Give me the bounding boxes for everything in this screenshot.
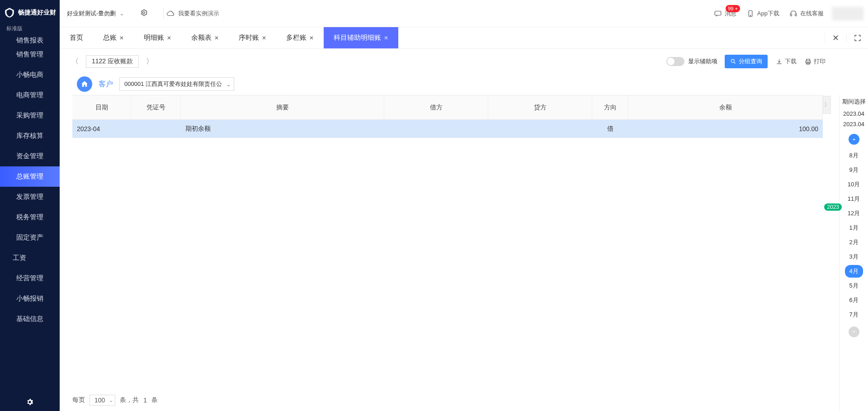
customer-selected: 000001 江西真可爱布娃娃有限责任公 [124, 80, 222, 87]
print-button[interactable]: 打印 [805, 57, 826, 66]
headset-icon [789, 9, 797, 18]
service-button[interactable]: 在线客服 [789, 9, 824, 18]
close-icon[interactable]: ✕ [309, 35, 314, 41]
sidebar-item-ec-manage[interactable]: 电商管理 [0, 85, 60, 105]
svg-point-0 [9, 11, 11, 13]
period-month[interactable]: 11月 [845, 193, 863, 205]
tab-balance-sheet[interactable]: 余额表✕ [181, 27, 229, 48]
period-month[interactable]: 2月 [845, 236, 863, 249]
customer-home-icon[interactable] [77, 76, 92, 92]
print-icon [805, 58, 811, 65]
period-month[interactable]: 4月 [845, 265, 863, 278]
user-avatar[interactable] [832, 7, 863, 20]
tab-aux-detail[interactable]: 科目辅助明细账✕ [324, 27, 398, 48]
sidebar-item-funds[interactable]: 资金管理 [0, 146, 60, 166]
panel-collapse-button[interactable]: 〉 [823, 96, 831, 114]
sidebar-item-purchase[interactable]: 采购管理 [0, 105, 60, 126]
demo-link[interactable]: 我要看实例演示 [166, 9, 219, 18]
gear-icon [140, 9, 148, 17]
sidebar-item-reimburse[interactable]: 小畅报销 [0, 288, 60, 309]
period-month[interactable]: 5月 [845, 279, 863, 292]
sidebar-item-invoice[interactable]: 发票管理 [0, 187, 60, 207]
tab-multi-column[interactable]: 多栏账✕ [276, 27, 324, 48]
close-all-tabs-button[interactable]: ✕ [825, 33, 846, 43]
period-month[interactable]: 12月 [845, 207, 863, 220]
sidebar-item-xchang-ec[interactable]: 小畅电商 [0, 65, 60, 85]
sidebar-nav: 销售报表 销售管理 小畅电商 电商管理 采购管理 库存核算 资金管理 总账管理 … [0, 36, 60, 393]
tab-chrono-ledger[interactable]: 序时账✕ [229, 27, 276, 48]
aux-toggle[interactable] [666, 57, 684, 66]
col-balance: 余额 [628, 95, 823, 119]
fullscreen-button[interactable] [846, 34, 868, 42]
pagination: 每页 100 ⌄ 条，共 1 条 [72, 395, 158, 406]
group-query-button[interactable]: 分组查询 [725, 55, 768, 68]
close-icon[interactable]: ✕ [262, 35, 266, 41]
close-icon[interactable]: ✕ [119, 35, 124, 41]
month-scroll-down[interactable] [849, 326, 859, 337]
sidebar-item-sales[interactable]: 销售管理 [0, 44, 60, 65]
sidebar-item-basic-info[interactable]: 基础信息 [0, 309, 60, 329]
ledger-table: 日期 凭证号 摘要 借方 贷方 方向 余额 2023-04 期初余额 借 100… [72, 95, 823, 388]
month-scroll-up[interactable] [849, 134, 859, 145]
tab-home[interactable]: 首页 [60, 27, 93, 48]
divider [163, 8, 164, 19]
gear-icon [26, 398, 34, 406]
service-label: 在线客服 [800, 9, 824, 18]
pager-total: 1 [143, 397, 147, 404]
chevron-down-icon: ⌄ [109, 397, 113, 403]
close-icon[interactable]: ✕ [167, 35, 171, 41]
brand-logo: 畅捷通好业财 [0, 0, 60, 25]
cell-balance: 100.00 [628, 120, 823, 138]
tab-label: 明细账 [144, 33, 164, 42]
messages-badge: 99 + [726, 5, 740, 12]
page-size-select[interactable]: 100 ⌄ [90, 395, 115, 406]
settings-button[interactable] [140, 9, 148, 18]
page-size-value: 100 [94, 397, 105, 404]
chevron-down-icon: ⌄ [226, 81, 231, 88]
svg-rect-5 [790, 14, 792, 16]
download-button[interactable]: 下载 [776, 57, 797, 66]
period-month[interactable]: 3月 [845, 250, 863, 263]
project-selector[interactable]: 好业财测试-量勿删 ⌄ [63, 8, 128, 19]
sidebar-item-tax[interactable]: 税务管理 [0, 207, 60, 227]
messages-button[interactable]: 消息 99 + [714, 9, 736, 18]
col-credit: 贷方 [488, 95, 592, 119]
svg-point-7 [731, 59, 734, 62]
app-download-button[interactable]: App下载 [746, 9, 779, 18]
sidebar-item-truncated[interactable]: 销售报表 [0, 36, 60, 44]
sidebar-item-general-ledger[interactable]: 总账管理 [0, 166, 60, 187]
period-month[interactable]: 1月 [845, 222, 863, 234]
home-icon [80, 80, 89, 88]
tab-general-ledger[interactable]: 总账✕ [93, 27, 134, 48]
sidebar-item-salary[interactable]: 工资 [0, 248, 60, 268]
period-year-tag: 2023 [824, 203, 842, 211]
period-month[interactable]: 10月 [845, 178, 863, 191]
period-month[interactable]: 9月 [845, 164, 863, 176]
period-month[interactable]: 6月 [845, 294, 863, 307]
table-row[interactable]: 2023-04 期初余额 借 100.00 [72, 120, 823, 138]
expand-icon [854, 34, 862, 42]
sidebar-item-fixed-assets[interactable]: 固定资产 [0, 227, 60, 248]
period-from[interactable]: 2023.04 [843, 109, 864, 119]
period-month[interactable]: 7月 [845, 308, 863, 321]
sidebar-item-operation[interactable]: 经营管理 [0, 268, 60, 288]
tab-label: 首页 [70, 33, 83, 42]
account-code[interactable]: 1122 应收账款 [86, 55, 139, 68]
period-month[interactable]: 8月 [845, 149, 863, 162]
next-account-button[interactable]: 〉 [144, 55, 155, 68]
period-to[interactable]: 2023.04 [843, 119, 864, 129]
tab-label: 总账 [103, 33, 117, 42]
cell-date: 2023-04 [72, 120, 131, 138]
customer-label: 客户 [99, 80, 113, 89]
customer-select[interactable]: 000001 江西真可爱布娃娃有限责任公 ⌄ [119, 77, 234, 91]
close-icon[interactable]: ✕ [214, 35, 219, 41]
close-icon[interactable]: ✕ [384, 35, 388, 41]
chevron-down-icon [851, 329, 857, 335]
sidebar-settings[interactable] [0, 393, 60, 411]
tab-detail-ledger[interactable]: 明细账✕ [134, 27, 181, 48]
svg-rect-10 [807, 62, 809, 64]
svg-point-1 [143, 12, 145, 14]
cloud-icon [166, 9, 175, 18]
sidebar-item-inventory[interactable]: 库存核算 [0, 126, 60, 146]
prev-account-button[interactable]: 〈 [70, 55, 80, 68]
